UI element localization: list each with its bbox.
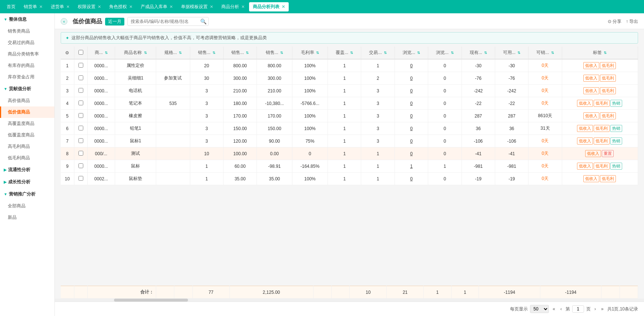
row-select-checkbox[interactable] xyxy=(78,113,83,118)
row-trade: 1 xyxy=(361,59,395,72)
sidebar-group-contribution[interactable]: ▼ 贡献值分析 xyxy=(0,83,54,95)
row-tags: 低收入重置 xyxy=(562,147,638,160)
row-browse1[interactable]: 0 xyxy=(395,97,428,110)
search-input[interactable] xyxy=(127,17,209,26)
sidebar-item-traded-goods[interactable]: 交易过的商品 xyxy=(0,37,54,48)
nav-close-roles[interactable]: ✕ xyxy=(129,4,133,9)
row-select-checkbox[interactable] xyxy=(78,88,83,93)
prev-page-btn[interactable]: ‹ xyxy=(559,306,563,312)
row-select-checkbox[interactable] xyxy=(78,176,83,181)
nav-sales[interactable]: 销货单 ✕ xyxy=(20,2,46,11)
sidebar-item-low-coverage[interactable]: 低覆盖度商品 xyxy=(0,129,54,141)
row-select-checkbox[interactable] xyxy=(78,163,83,168)
col-checkbox[interactable] xyxy=(74,47,87,59)
row-browse1[interactable]: 0 xyxy=(395,59,428,72)
sidebar-group-marketing[interactable]: ▼ 营销推广分析 xyxy=(0,188,54,200)
row-browse1[interactable]: 0 xyxy=(395,135,428,147)
nav-close-template[interactable]: ✕ xyxy=(210,4,213,9)
sidebar-collapse-btn[interactable]: « xyxy=(61,18,67,25)
sidebar-group-growth[interactable]: ▶ 成长性分析 xyxy=(0,176,54,188)
sidebar-item-category-rate[interactable]: 商品分类销售率 xyxy=(0,48,54,60)
page-number-input[interactable] xyxy=(572,305,584,313)
sidebar-item-new-goods[interactable]: 新品 xyxy=(0,212,54,223)
row-cover: 1 xyxy=(328,122,361,135)
row-sale-days: 0天 xyxy=(529,85,562,97)
row-sale2: 800.00 xyxy=(257,59,292,72)
row-browse1[interactable]: 0 xyxy=(395,173,428,185)
sidebar-group-flow[interactable]: ▶ 流通性分析 xyxy=(0,164,54,176)
row-select-checkbox[interactable] xyxy=(78,138,83,143)
row-checkbox[interactable] xyxy=(74,160,87,173)
export-button[interactable]: ↑ 导出 xyxy=(626,18,638,25)
last-page-btn[interactable]: » xyxy=(600,306,605,312)
row-num: 1 xyxy=(61,59,74,72)
row-sale1: 170.00 xyxy=(223,110,256,122)
row-checkbox[interactable] xyxy=(74,147,87,160)
row-checkbox[interactable] xyxy=(74,110,87,122)
nav-roles[interactable]: 角色授权 ✕ xyxy=(105,2,136,11)
row-browse1[interactable]: 0 xyxy=(395,110,428,122)
row-browse1[interactable]: 0 xyxy=(395,147,428,160)
row-checkbox[interactable] xyxy=(74,173,87,185)
nav-close-purchase[interactable]: ✕ xyxy=(66,4,70,9)
sidebar-item-stocked-goods[interactable]: 有库存的商品 xyxy=(0,60,54,71)
table-row: 8 000/... 测试 10 100.00 0.00 0 1 1 0 0 -4… xyxy=(61,147,638,160)
nav-goods-analysis[interactable]: 商品分析 ✕ xyxy=(218,2,248,11)
row-checkbox[interactable] xyxy=(74,85,87,97)
row-stock: -106 xyxy=(462,135,495,147)
nav-permissions[interactable]: 权限设置 ✕ xyxy=(74,2,105,11)
col-sale1: 销售... ⇅ xyxy=(223,47,256,59)
next-page-btn[interactable]: › xyxy=(593,306,597,312)
sidebar-item-stock-capital[interactable]: 库存资金占用 xyxy=(0,71,54,83)
per-page-select[interactable]: 50 100 200 xyxy=(530,305,549,313)
row-sale2: 0.00 xyxy=(257,147,292,160)
row-browse1[interactable]: 0 xyxy=(395,85,428,97)
sidebar-item-low-value[interactable]: 低价值商品 xyxy=(0,106,54,118)
row-checkbox[interactable] xyxy=(74,135,87,147)
sidebar-item-high-coverage[interactable]: 高覆盖度商品 xyxy=(0,118,54,129)
nav-close-goods-analysis[interactable]: ✕ xyxy=(241,4,245,9)
row-browse2: 1 xyxy=(428,160,462,173)
sidebar-item-high-margin[interactable]: 高毛利商品 xyxy=(0,141,54,152)
row-select-checkbox[interactable] xyxy=(78,101,83,105)
nav-close-product-storage[interactable]: ✕ xyxy=(170,4,173,9)
row-browse1[interactable]: 0 xyxy=(395,122,428,135)
share-button[interactable]: ⊙ 分享 xyxy=(608,18,621,25)
sidebar-group-overall[interactable]: ▼ 整体信息 xyxy=(0,13,54,26)
row-gross: 100% xyxy=(292,59,328,72)
first-page-btn[interactable]: « xyxy=(551,306,557,312)
row-checkbox[interactable] xyxy=(74,72,87,85)
time-filter-badge[interactable]: 近一月 xyxy=(105,18,124,26)
nav-close-permissions[interactable]: ✕ xyxy=(98,4,101,9)
nav-close-sales[interactable]: ✕ xyxy=(39,4,43,9)
nav-close-goods-analysis-list[interactable]: ✕ xyxy=(282,4,285,9)
nav-goods-analysis-list[interactable]: 商品分析列表 ✕ xyxy=(249,2,289,11)
nav-template[interactable]: 单据模板设置 ✕ xyxy=(177,2,217,11)
row-select-checkbox[interactable] xyxy=(78,126,83,130)
row-checkbox[interactable] xyxy=(74,97,87,110)
row-browse1[interactable]: 1 xyxy=(395,160,428,173)
sidebar-item-sales-goods[interactable]: 销售类商品 xyxy=(0,26,54,37)
row-select-checkbox[interactable] xyxy=(78,63,83,68)
row-sale-days: 0天 xyxy=(529,59,562,72)
row-checkbox[interactable] xyxy=(74,122,87,135)
nav-product-storage[interactable]: 产成品入库单 ✕ xyxy=(137,2,177,11)
row-sale1: 180.00 xyxy=(223,97,256,110)
search-icon[interactable]: 🔍 xyxy=(200,18,207,24)
nav-purchase[interactable]: 进货单 ✕ xyxy=(47,2,73,11)
nav-home[interactable]: 首页 xyxy=(3,2,19,11)
sidebar-item-all-goods[interactable]: 全部商品 xyxy=(0,200,54,212)
sidebar-item-low-margin[interactable]: 低毛利商品 xyxy=(0,152,54,164)
col-settings[interactable]: ⚙ xyxy=(61,47,74,59)
sidebar-item-high-value[interactable]: 高价值商品 xyxy=(0,95,54,106)
row-select-checkbox[interactable] xyxy=(78,151,83,156)
row-spec xyxy=(156,173,190,185)
select-all-checkbox[interactable] xyxy=(78,50,83,55)
row-browse1[interactable]: 0 xyxy=(395,72,428,85)
horizontal-scrollbar[interactable] xyxy=(55,299,644,302)
row-checkbox[interactable] xyxy=(74,59,87,72)
col-browse1: 浏览... ⇅ xyxy=(395,47,428,59)
col-name: 商品名称 ⇅ xyxy=(115,47,156,59)
row-select-checkbox[interactable] xyxy=(78,75,83,80)
row-code: 0000... xyxy=(87,72,115,85)
